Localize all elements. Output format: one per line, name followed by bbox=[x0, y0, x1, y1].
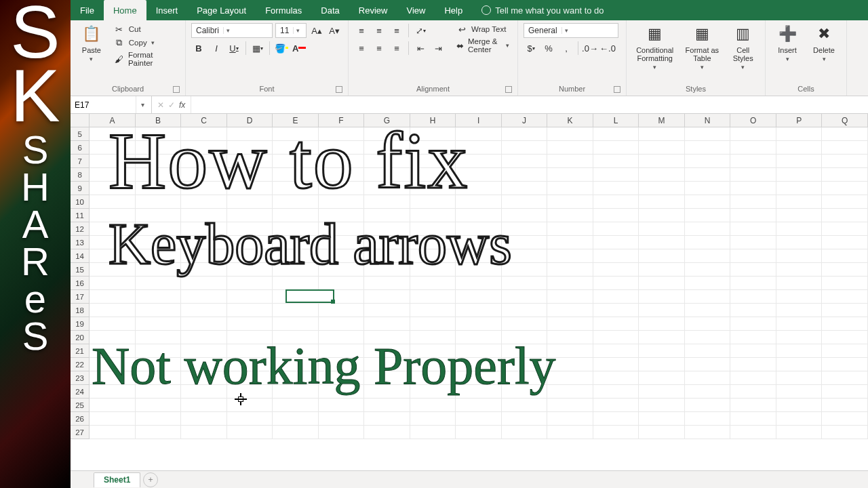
cell[interactable] bbox=[227, 222, 273, 236]
cell[interactable] bbox=[364, 222, 410, 236]
cell[interactable] bbox=[90, 277, 136, 290]
column-header-i[interactable]: I bbox=[456, 114, 502, 127]
cell[interactable] bbox=[822, 385, 868, 399]
cell[interactable] bbox=[364, 399, 410, 412]
font-color-button[interactable]: A bbox=[292, 41, 307, 56]
cell[interactable] bbox=[547, 222, 593, 236]
cell[interactable] bbox=[90, 385, 136, 399]
dialog-launcher-icon[interactable] bbox=[505, 86, 512, 93]
column-header-o[interactable]: O bbox=[730, 114, 776, 127]
cell[interactable] bbox=[273, 371, 319, 385]
cell[interactable] bbox=[502, 385, 548, 399]
cell[interactable] bbox=[273, 412, 319, 426]
cell[interactable] bbox=[593, 249, 639, 263]
cell[interactable] bbox=[410, 263, 456, 277]
grow-font-button[interactable]: A▴ bbox=[309, 23, 324, 38]
cell[interactable] bbox=[90, 426, 136, 439]
cell[interactable] bbox=[593, 155, 639, 168]
cell[interactable] bbox=[364, 385, 410, 399]
cell[interactable] bbox=[502, 168, 548, 182]
cell[interactable] bbox=[364, 236, 410, 249]
cell[interactable] bbox=[685, 371, 731, 385]
row-header[interactable]: 26 bbox=[71, 412, 90, 426]
cell[interactable] bbox=[685, 331, 731, 344]
cell[interactable] bbox=[456, 277, 502, 290]
cell[interactable] bbox=[730, 371, 776, 385]
cell[interactable] bbox=[776, 277, 823, 290]
cell[interactable] bbox=[730, 385, 776, 399]
cell[interactable] bbox=[319, 385, 365, 399]
cell[interactable] bbox=[227, 182, 273, 195]
align-top-button[interactable]: ≡ bbox=[354, 23, 369, 38]
cell[interactable] bbox=[136, 317, 182, 331]
cell[interactable] bbox=[456, 426, 502, 439]
cell[interactable] bbox=[364, 277, 410, 290]
cell[interactable] bbox=[227, 195, 273, 209]
row-header[interactable]: 23 bbox=[71, 371, 90, 385]
row-header[interactable]: 18 bbox=[71, 304, 90, 317]
cell[interactable] bbox=[227, 399, 273, 412]
cell[interactable] bbox=[181, 304, 227, 317]
column-header-c[interactable]: C bbox=[181, 114, 227, 127]
cell[interactable] bbox=[319, 155, 365, 168]
cell[interactable] bbox=[364, 317, 410, 331]
cell[interactable] bbox=[502, 249, 548, 263]
cell[interactable] bbox=[227, 127, 273, 141]
cell[interactable] bbox=[822, 195, 868, 209]
cell[interactable] bbox=[181, 426, 227, 439]
cell[interactable] bbox=[136, 249, 182, 263]
cell[interactable] bbox=[730, 249, 776, 263]
cell[interactable] bbox=[410, 317, 456, 331]
cell[interactable] bbox=[776, 426, 823, 439]
cell[interactable] bbox=[822, 331, 868, 344]
cell[interactable] bbox=[639, 385, 685, 399]
paste-button[interactable]: 📋 Paste ▾ bbox=[76, 23, 107, 62]
align-bottom-button[interactable]: ≡ bbox=[389, 23, 404, 38]
cell[interactable] bbox=[319, 412, 365, 426]
cell[interactable] bbox=[776, 371, 823, 385]
cell[interactable] bbox=[410, 141, 456, 155]
cell[interactable] bbox=[502, 399, 548, 412]
cell[interactable] bbox=[822, 426, 868, 439]
row-header[interactable]: 13 bbox=[71, 236, 90, 249]
cell[interactable] bbox=[456, 399, 502, 412]
shrink-font-button[interactable]: A▾ bbox=[327, 23, 342, 38]
cell[interactable] bbox=[730, 263, 776, 277]
cell[interactable] bbox=[547, 344, 593, 358]
cell[interactable] bbox=[822, 236, 868, 249]
cell[interactable] bbox=[776, 141, 823, 155]
cell[interactable] bbox=[90, 304, 136, 317]
percent-format-button[interactable]: % bbox=[541, 41, 556, 56]
cell[interactable] bbox=[273, 141, 319, 155]
cell[interactable] bbox=[456, 317, 502, 331]
cell[interactable] bbox=[456, 371, 502, 385]
cell[interactable] bbox=[364, 195, 410, 209]
cell[interactable] bbox=[90, 168, 136, 182]
cell[interactable] bbox=[410, 155, 456, 168]
bold-button[interactable]: B bbox=[191, 41, 206, 56]
cancel-icon[interactable]: ✕ bbox=[157, 100, 164, 110]
tab-formulas[interactable]: Formulas bbox=[256, 0, 311, 20]
decrease-indent-button[interactable]: ⇤ bbox=[413, 41, 428, 56]
cell[interactable] bbox=[227, 426, 273, 439]
cell[interactable] bbox=[776, 182, 823, 195]
cell[interactable] bbox=[502, 209, 548, 222]
cell[interactable] bbox=[227, 358, 273, 371]
cell[interactable] bbox=[181, 277, 227, 290]
column-header-e[interactable]: E bbox=[273, 114, 319, 127]
cell[interactable] bbox=[639, 155, 685, 168]
cell[interactable] bbox=[730, 127, 776, 141]
cell[interactable] bbox=[136, 385, 182, 399]
sheet-tab-sheet1[interactable]: Sheet1 bbox=[94, 472, 140, 487]
cell[interactable] bbox=[685, 317, 731, 331]
cell[interactable] bbox=[319, 222, 365, 236]
column-header-k[interactable]: K bbox=[547, 114, 593, 127]
cell[interactable] bbox=[273, 277, 319, 290]
cell[interactable] bbox=[273, 249, 319, 263]
cell[interactable] bbox=[502, 236, 548, 249]
cell-styles-button[interactable]: ▥Cell Styles▾ bbox=[726, 23, 760, 70]
cell[interactable] bbox=[776, 385, 823, 399]
cell[interactable] bbox=[730, 222, 776, 236]
cell[interactable] bbox=[639, 399, 685, 412]
cell[interactable] bbox=[273, 331, 319, 344]
